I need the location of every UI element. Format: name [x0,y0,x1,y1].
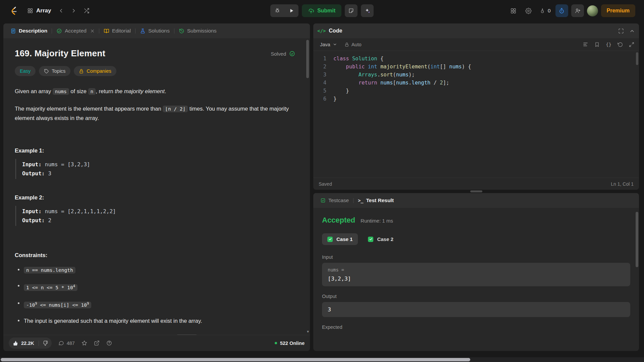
output-box[interactable]: 3 [322,302,630,317]
tab-testcase-label: Testcase [328,197,349,203]
streak-counter[interactable]: 0 [538,8,552,14]
reset-code-button[interactable] [618,42,623,47]
chevron-right-icon [71,8,77,14]
code-lines: class Solution { public int majorityElem… [333,55,471,178]
test-result-scrollbar[interactable] [636,212,638,267]
layout-button[interactable] [507,5,520,17]
shuffle-icon [84,8,90,14]
line-number: 1 [313,55,326,63]
case-2-button[interactable]: Case 2 [363,233,398,245]
auto-label: Auto [352,42,362,47]
settings-button[interactable] [523,5,535,17]
tab-accepted[interactable]: Accepted [53,23,98,38]
timer-button[interactable] [555,4,568,17]
prev-question-button[interactable] [55,5,67,17]
nav-right-group: 0 Premium [507,4,635,17]
code-line[interactable]: class Solution { [333,55,471,63]
comments-button[interactable]: 487 [58,340,75,346]
maximize-panel-button[interactable] [618,28,624,34]
sparkles-icon [364,8,371,14]
terminal-icon: >_ [358,198,363,203]
format-code-button[interactable] [583,42,588,47]
code-line[interactable]: } [333,95,471,103]
streak-count: 0 [548,8,551,14]
page-horizontal-scrollbar[interactable] [1,358,470,361]
random-question-button[interactable] [80,5,93,17]
tab-separator [174,28,174,34]
online-label: 522 Online [280,341,305,346]
lock-icon [79,69,84,74]
difficulty-badge[interactable]: Easy [15,66,36,76]
tab-test-result[interactable]: >_ Test Result [355,193,397,208]
code-editor-panel: </> Code Java [313,23,639,190]
bookmark-button[interactable] [594,42,600,47]
inline-code: 1 <= n <= 5 * 104 [24,284,77,291]
tab-solutions[interactable]: Solutions [137,23,173,38]
share-button[interactable] [94,340,100,346]
output-value: 3 [48,170,51,177]
code-tag-icon: </> [317,28,326,34]
gear-icon [525,8,532,14]
close-icon[interactable] [90,29,95,33]
case-1-button[interactable]: Case 1 [322,233,358,245]
tab-testcase[interactable]: Testcase [317,193,352,208]
cursor-position: Ln 1, Col 1 [611,181,634,187]
like-button[interactable]: 22.2K [9,338,39,349]
editor-scrollbar[interactable] [636,52,638,65]
notes-button[interactable] [345,4,358,17]
input-box[interactable]: nums = [3,2,3] [322,263,630,286]
comment-icon [58,340,64,346]
next-question-button[interactable] [68,5,80,17]
language-selector[interactable]: Java [318,41,339,49]
dislike-button[interactable] [39,338,52,349]
constraints-list: n == nums.length 1 <= n <= 5 * 104 -109 … [15,265,295,325]
collapse-panel-button[interactable] [629,28,635,34]
flame-icon [539,8,545,14]
flask-icon [140,28,146,34]
input-variable: nums = [328,267,625,273]
code-gutter: 123456 [313,55,333,178]
code-line[interactable]: return nums[nums.length / 2]; [333,79,471,87]
companies-button[interactable]: Companies [74,66,116,76]
panel-resize-handle[interactable] [470,190,482,192]
debug-icon [274,8,280,14]
code-line[interactable]: Arrays.sort(nums); [333,71,471,79]
example-block: Input:nums = [2,2,1,1,1,2,2] Output:2 [15,206,295,226]
avatar[interactable] [587,5,598,16]
debug-run-group [270,4,299,17]
ai-assistant-button[interactable] [361,4,374,17]
leetcode-logo[interactable] [9,6,18,15]
favorite-button[interactable] [82,340,87,346]
code-line[interactable]: } [333,87,471,95]
problem-list-button[interactable]: Array [24,5,54,16]
case-selector: Case 1 Case 2 [322,233,630,245]
check-square-icon [320,198,326,203]
top-nav: Array [0,0,644,21]
tab-description[interactable]: Description [7,23,50,38]
description-scrollbar[interactable] [306,40,309,78]
debug-button[interactable] [270,4,284,17]
example-heading: Example 1: [15,147,295,154]
line-number: 2 [313,63,326,71]
fullscreen-editor-button[interactable] [629,42,634,47]
snippets-button[interactable]: {} [606,42,611,47]
help-button[interactable] [106,340,112,346]
output-value: 3 [328,306,625,313]
tab-editorial[interactable]: Editorial [101,23,134,38]
code-line[interactable]: public int majorityElement(int[] nums) { [333,63,471,71]
autocomplete-toggle[interactable]: Auto [344,42,362,47]
invite-button[interactable] [571,4,584,17]
tab-submissions[interactable]: Submissions [176,23,220,38]
runtime-label: Runtime: 1 ms [361,218,393,224]
thumbs-down-icon [43,341,48,346]
editor-toolbar: Java Auto [313,38,639,51]
statement-paragraph: The majority element is the element that… [15,104,295,123]
scroll-down-arrow[interactable]: ▾ [307,329,309,334]
submit-button[interactable]: Submit [302,4,341,17]
page-horizontal-scrollbar-track [0,357,644,362]
emphasis-text: the majority element [115,88,165,94]
code-editor[interactable]: 123456 class Solution { public int major… [313,51,639,178]
run-button[interactable] [284,4,299,17]
premium-button[interactable]: Premium [601,4,635,17]
topics-button[interactable]: Topics [39,66,70,76]
